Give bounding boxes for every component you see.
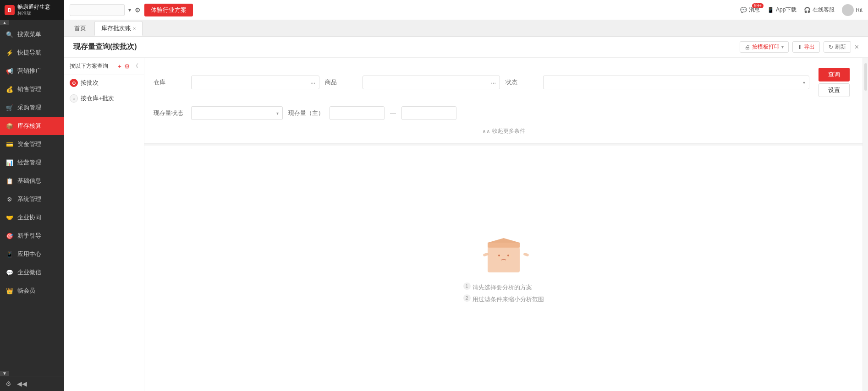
- collapse-more-btn[interactable]: ∧∧ 收起更多条件: [154, 125, 853, 138]
- refresh-btn[interactable]: ↻ 刷新: [824, 41, 851, 53]
- content-area: 按以下方案查询 + ⚙ 《 ⊙ 按批次 ○ 按仓库+批次: [64, 58, 868, 391]
- sidebar-item-finance[interactable]: 💳 资金管理: [0, 135, 64, 153]
- experience-btn[interactable]: 体验行业方案: [144, 4, 193, 16]
- plan-item-warehouse-batch[interactable]: ○ 按仓库+批次: [64, 91, 144, 106]
- messages-badge: 99+: [752, 3, 764, 8]
- step1-text: 请先选择要分析的方案: [472, 282, 532, 293]
- plan-settings-icon[interactable]: ⚙: [124, 63, 130, 70]
- app-subtitle: 标准版: [17, 10, 50, 16]
- svg-point-7: [507, 255, 509, 256]
- avatar: [842, 4, 854, 16]
- stock-qty-max-input[interactable]: [401, 106, 456, 120]
- messages-group[interactable]: 💬 消息 99+: [740, 6, 760, 14]
- plan-icon-inactive: ○: [70, 94, 78, 103]
- svg-rect-9: [523, 252, 529, 257]
- app-download-group[interactable]: 📱 App下载: [767, 6, 797, 14]
- close-panel-btn[interactable]: ×: [855, 43, 859, 51]
- online-service-label: 在线客服: [813, 6, 835, 14]
- step2-text: 用过滤条件来缩小分析范围: [472, 293, 544, 305]
- sidebar-item-marketing[interactable]: 📢 营销推广: [0, 62, 64, 80]
- stock-status-label: 现存量状态: [154, 109, 186, 117]
- stock-qty-divider: —: [390, 110, 396, 117]
- gear-icon[interactable]: ⚙: [5, 380, 11, 387]
- online-service-group[interactable]: 🎧 在线客服: [804, 6, 835, 14]
- scroll-down-button[interactable]: ▼: [0, 371, 9, 376]
- page-title: 现存量查询(按批次): [73, 42, 137, 52]
- enterprise-icon: 🤝: [5, 213, 14, 222]
- stock-qty-min-input[interactable]: [330, 106, 385, 120]
- sidebar-item-enterprise[interactable]: 🤝 企业协同: [0, 208, 64, 227]
- left-panel: 按以下方案查询 + ⚙ 《 ⊙ 按批次 ○ 按仓库+批次: [64, 58, 144, 391]
- app-logo: B: [5, 5, 15, 15]
- filter-area: 仓库 ··· 商品 ··· 状态 ▾: [144, 58, 863, 144]
- add-plan-icon[interactable]: +: [118, 63, 121, 70]
- sidebar-item-label: 快捷导航: [17, 49, 41, 57]
- right-panel: 仓库 ··· 商品 ··· 状态 ▾: [144, 58, 863, 391]
- phone-icon: 📱: [767, 7, 774, 13]
- topbar: ▾ ⚙ 体验行业方案 💬 消息 99+ 📱 App下载 🎧 在线客服 Rit: [64, 0, 868, 20]
- print-btn[interactable]: 🖨 按模板打印 ▾: [740, 41, 789, 53]
- warehouse-more-icon[interactable]: ···: [310, 79, 315, 86]
- query-button[interactable]: 查询: [819, 68, 850, 81]
- refresh-icon: ↻: [829, 44, 833, 50]
- export-btn[interactable]: ⬆ 导出: [792, 41, 820, 53]
- stock-status-select[interactable]: ▾: [191, 106, 283, 120]
- sidebar-header: B 畅康通好生意 标准版: [0, 0, 64, 20]
- sidebar-item-newguide[interactable]: 🎯 新手引导: [0, 227, 64, 245]
- sidebar: B 畅康通好生意 标准版 ▲ 🔍 搜索菜单 ⚡ 快捷导航 📢 营销推广 💰 销售…: [0, 0, 64, 391]
- marketing-icon: 📢: [5, 67, 14, 75]
- sidebar-item-search[interactable]: 🔍 搜索菜单: [0, 25, 64, 43]
- wechat-icon: 💬: [5, 268, 14, 277]
- sidebar-item-member[interactable]: 👑 畅会员: [0, 282, 64, 300]
- left-panel-header: 按以下方案查询 + ⚙ 《: [64, 58, 144, 75]
- sidebar-item-base[interactable]: 📋 基础信息: [0, 172, 64, 190]
- search-input[interactable]: [70, 4, 125, 16]
- empty-illustration: [481, 231, 527, 272]
- sidebar-item-quicknav[interactable]: ⚡ 快捷导航: [0, 43, 64, 62]
- message-icon: 💬: [740, 7, 747, 13]
- sidebar-nav: 🔍 搜索菜单 ⚡ 快捷导航 📢 营销推广 💰 销售管理 🛒 采购管理 📦 库存核…: [0, 25, 64, 371]
- scroll-handle[interactable]: [864, 63, 867, 91]
- tab-inventory-batch[interactable]: 库存批次账 ×: [94, 21, 143, 36]
- print-btn-label: 按模板打印: [752, 43, 780, 51]
- base-icon: 📋: [5, 177, 14, 185]
- warehouse-filter-input[interactable]: ···: [191, 76, 319, 89]
- action-buttons: 查询 设置: [815, 63, 853, 102]
- product-filter-input[interactable]: ···: [363, 76, 500, 89]
- newguide-icon: 🎯: [5, 232, 14, 240]
- plan-item-batch[interactable]: ⊙ 按批次: [64, 75, 144, 91]
- stock-status-chevron-icon: ▾: [276, 111, 279, 116]
- tab-bar: 首页 库存批次账 ×: [64, 20, 868, 37]
- right-scrollbar[interactable]: [863, 58, 868, 391]
- left-panel-actions: + ⚙ 《: [118, 62, 138, 70]
- sidebar-item-label: 采购管理: [17, 103, 41, 112]
- refresh-btn-label: 刷新: [835, 43, 846, 51]
- headset-icon: 🎧: [804, 7, 811, 13]
- sidebar-item-purchase[interactable]: 🛒 采购管理: [0, 98, 64, 117]
- collapse-panel-icon[interactable]: 《: [133, 62, 138, 70]
- svg-rect-0: [488, 247, 520, 272]
- settings-icon[interactable]: ⚙: [135, 6, 141, 14]
- dropdown-icon[interactable]: ▾: [128, 7, 131, 13]
- printer-icon: 🖨: [745, 44, 750, 50]
- filter-settings-button[interactable]: 设置: [819, 83, 850, 97]
- sidebar-item-sales[interactable]: 💰 销售管理: [0, 80, 64, 98]
- sidebar-item-inventory[interactable]: 📦 库存核算: [0, 117, 64, 135]
- product-more-icon[interactable]: ···: [491, 79, 496, 86]
- user-group[interactable]: Rit: [842, 4, 863, 16]
- app-info: 畅康通好生意 标准版: [17, 4, 50, 16]
- sidebar-item-label: 营销推广: [17, 67, 41, 75]
- sidebar-item-operations[interactable]: 📊 经营管理: [0, 153, 64, 172]
- empty-svg-icon: [481, 231, 531, 277]
- tab-home[interactable]: 首页: [68, 22, 93, 35]
- sidebar-item-system[interactable]: ⚙ 系统管理: [0, 190, 64, 208]
- search-icon: 🔍: [5, 30, 14, 38]
- collapse-sidebar-icon[interactable]: ◀◀: [17, 380, 27, 387]
- tab-home-label: 首页: [74, 24, 86, 33]
- sidebar-item-wechat[interactable]: 💬 企业微信: [0, 263, 64, 282]
- sidebar-item-appcenter[interactable]: 📱 应用中心: [0, 245, 64, 263]
- plan-label-batch: 按批次: [81, 79, 99, 87]
- tab-close-icon[interactable]: ×: [133, 26, 136, 31]
- scroll-up-button[interactable]: ▲: [0, 20, 9, 25]
- status-filter-select[interactable]: ▾: [543, 76, 809, 89]
